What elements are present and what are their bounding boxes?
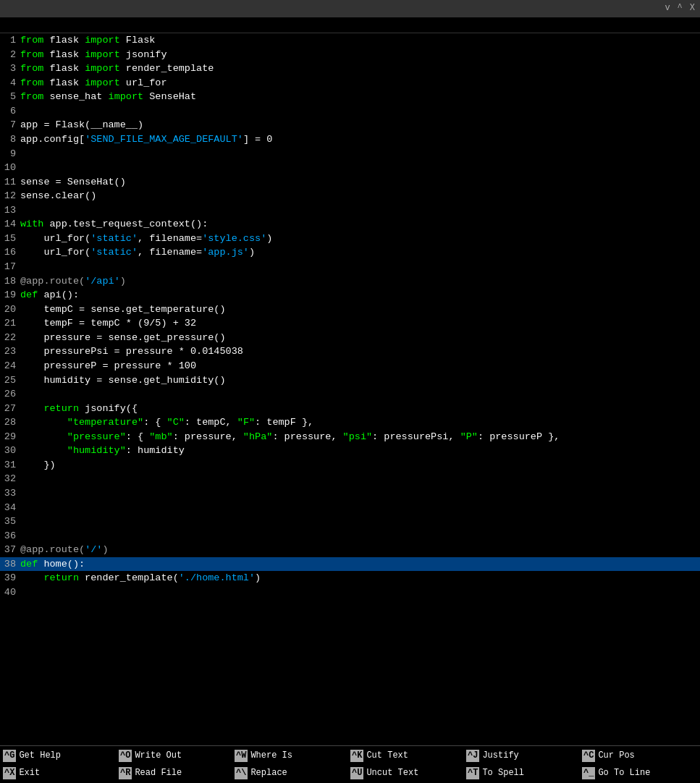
code-line-32: 32 — [0, 472, 700, 486]
line-number-30: 30 — [0, 444, 20, 458]
shortcut-item[interactable]: ^GGet Help — [0, 750, 116, 762]
shortcut-label: Justify — [482, 750, 518, 762]
shortcut-row-1: ^GGet Help^OWrite Out^WWhere Is^KCut Tex… — [0, 748, 700, 765]
line-content-29: "pressure": { "mb": pressure, "hPa": pre… — [20, 430, 700, 444]
line-content-28: "temperature": { "C": tempC, "F": tempF … — [20, 415, 700, 430]
code-line-21: 21 tempF = tempC * (9/5) + 32 — [0, 316, 700, 331]
line-number-29: 29 — [0, 430, 20, 444]
shortcut-key: ^W — [235, 750, 248, 762]
code-line-3: 3from flask import render_template — [0, 62, 700, 76]
code-line-22: 22 pressure = sense.get_pressure() — [0, 331, 700, 345]
line-content-12: sense.clear() — [20, 189, 700, 203]
title-bar: v ^ X — [0, 0, 700, 17]
line-number-1: 1 — [0, 33, 20, 48]
code-line-34: 34 — [0, 501, 700, 515]
code-line-13: 13 — [0, 203, 700, 218]
shortcut-label: Where Is — [250, 750, 292, 762]
line-content-16: url_for('static', filename='app.js') — [20, 245, 700, 260]
line-content-24: pressureP = pressure * 100 — [20, 359, 700, 373]
line-number-17: 17 — [0, 260, 20, 274]
code-line-27: 27 return jsonify({ — [0, 402, 700, 416]
shortcut-item[interactable]: ^TTo Spell — [463, 767, 579, 779]
shortcut-item[interactable]: ^UUncut Text — [347, 767, 463, 779]
shortcut-key: ^U — [350, 767, 363, 779]
shortcut-key: ^K — [350, 750, 363, 762]
code-line-31: 31 }) — [0, 458, 700, 473]
window-controls[interactable]: v ^ X — [662, 2, 697, 14]
shortcut-item[interactable]: ^\Replace — [232, 767, 347, 779]
shortcut-item[interactable]: ^RRead File — [116, 767, 232, 779]
shortcut-item[interactable]: ^KCut Text — [347, 750, 463, 762]
shortcut-item[interactable]: ^_Go To Line — [579, 767, 695, 779]
line-content-37: @app.route('/') — [20, 543, 700, 557]
minimize-button[interactable]: v — [662, 2, 672, 14]
line-number-33: 33 — [0, 486, 20, 501]
line-number-19: 19 — [0, 288, 20, 302]
shortcut-label: Replace — [250, 767, 287, 779]
shortcut-key: ^X — [3, 767, 16, 779]
line-number-11: 11 — [0, 175, 20, 190]
code-line-24: 24 pressureP = pressure * 100 — [0, 359, 700, 373]
close-button[interactable]: X — [688, 2, 697, 14]
shortcut-key: ^R — [119, 767, 132, 779]
code-line-2: 2from flask import jsonify — [0, 48, 700, 62]
line-number-10: 10 — [0, 161, 20, 175]
line-number-6: 6 — [0, 104, 20, 119]
line-number-37: 37 — [0, 543, 20, 557]
line-content-2: from flask import jsonify — [20, 48, 700, 62]
code-line-4: 4from flask import url_for — [0, 76, 700, 90]
line-number-18: 18 — [0, 274, 20, 289]
line-number-34: 34 — [0, 501, 20, 515]
code-line-29: 29 "pressure": { "mb": pressure, "hPa": … — [0, 430, 700, 444]
line-number-3: 3 — [0, 62, 20, 76]
shortcut-item[interactable]: ^JJustify — [463, 750, 579, 762]
code-line-30: 30 "humidity": humidity — [0, 444, 700, 458]
code-line-33: 33 — [0, 486, 700, 501]
line-content-30: "humidity": humidity — [20, 444, 700, 458]
line-content-20: tempC = sense.get_temperature() — [20, 302, 700, 317]
shortcut-item[interactable]: ^CCur Pos — [579, 750, 695, 762]
shortcut-label: Write Out — [135, 750, 182, 762]
code-line-15: 15 url_for('static', filename='style.css… — [0, 232, 700, 246]
line-content-19: def api(): — [20, 288, 700, 302]
line-number-8: 8 — [0, 132, 20, 147]
line-number-14: 14 — [0, 217, 20, 232]
line-number-5: 5 — [0, 90, 20, 104]
code-line-25: 25 humidity = sense.get_humidity() — [0, 373, 700, 388]
line-content-14: with app.test_request_context(): — [20, 217, 700, 232]
code-line-14: 14with app.test_request_context(): — [0, 217, 700, 232]
code-line-23: 23 pressurePsi = pressure * 0.0145038 — [0, 344, 700, 359]
shortcut-item[interactable]: ^OWrite Out — [116, 750, 232, 762]
code-line-37: 37@app.route('/') — [0, 543, 700, 557]
line-number-4: 4 — [0, 76, 20, 90]
shortcut-item[interactable]: ^WWhere Is — [232, 750, 347, 762]
line-number-32: 32 — [0, 472, 20, 486]
shortcut-key: ^T — [466, 767, 479, 779]
code-line-1: 1from flask import Flask — [0, 33, 700, 48]
line-number-35: 35 — [0, 515, 20, 529]
line-content-5: from sense_hat import SenseHat — [20, 90, 700, 104]
line-number-26: 26 — [0, 387, 20, 402]
line-content-23: pressurePsi = pressure * 0.0145038 — [20, 344, 700, 359]
maximize-button[interactable]: ^ — [675, 2, 685, 14]
code-line-18: 18@app.route('/api') — [0, 274, 700, 289]
line-number-25: 25 — [0, 373, 20, 388]
code-line-28: 28 "temperature": { "C": tempC, "F": tem… — [0, 415, 700, 430]
line-content-27: return jsonify({ — [20, 402, 700, 416]
code-line-10: 10 — [0, 161, 700, 175]
shortcut-label: Cut Text — [366, 750, 408, 762]
shortcut-row-2: ^XExit^RRead File^\Replace^UUncut Text^T… — [0, 765, 700, 782]
line-content-7: app = Flask(__name__) — [20, 118, 700, 132]
line-content-18: @app.route('/api') — [20, 274, 700, 289]
code-line-36: 36 — [0, 529, 700, 543]
shortcut-key: ^C — [582, 750, 595, 762]
code-line-11: 11sense = SenseHat() — [0, 175, 700, 190]
line-content-31: }) — [20, 458, 700, 473]
shortcut-item[interactable]: ^XExit — [0, 767, 116, 779]
code-line-38: 38def home(): — [0, 557, 700, 572]
code-line-20: 20 tempC = sense.get_temperature() — [0, 302, 700, 317]
code-line-5: 5from sense_hat import SenseHat — [0, 90, 700, 104]
code-line-35: 35 — [0, 515, 700, 529]
line-content-15: url_for('static', filename='style.css') — [20, 232, 700, 246]
code-line-39: 39 return render_template('./home.html') — [0, 571, 700, 585]
